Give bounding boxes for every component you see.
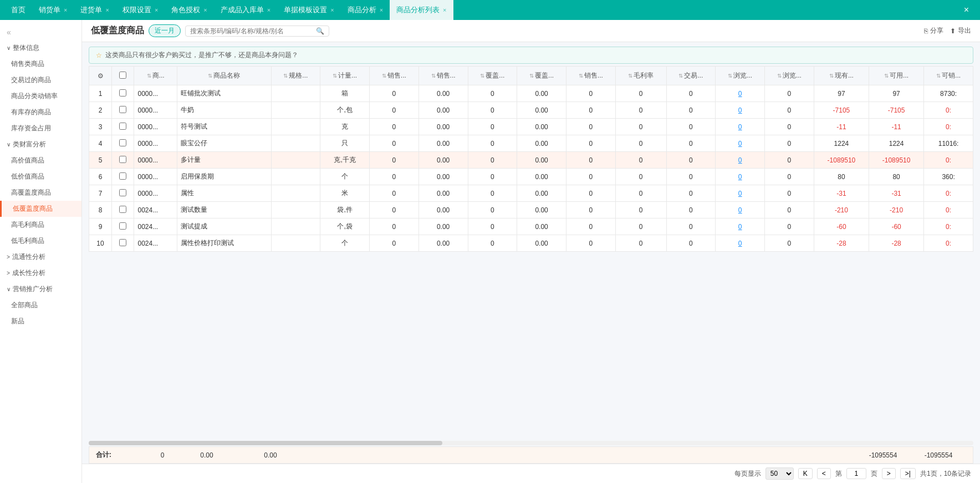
nav-item-permission[interactable]: 权限设置 × xyxy=(116,0,165,20)
row-checkbox[interactable] xyxy=(112,235,134,252)
sidebar-item-stock-capital[interactable]: 库存资金占用 xyxy=(0,120,81,136)
arrow-icon: > xyxy=(7,254,10,260)
nav-item-role[interactable]: 角色授权 × xyxy=(165,0,213,20)
prev-page-button[interactable]: < xyxy=(817,468,831,479)
col-checkbox[interactable] xyxy=(112,67,134,85)
row-browse1[interactable]: 0 xyxy=(716,185,765,202)
sidebar-item-stock-goods[interactable]: 有库存的商品 xyxy=(0,104,81,120)
sidebar-growth-section[interactable]: > 成长性分析 xyxy=(0,265,81,281)
window-close-button[interactable]: × xyxy=(957,5,976,15)
close-icon[interactable]: × xyxy=(380,7,383,13)
row-saleable: 0: xyxy=(924,185,973,202)
close-icon[interactable]: × xyxy=(267,7,270,13)
sidebar-item-low-coverage[interactable]: 低覆盖度商品 xyxy=(0,201,81,217)
content-area: 低覆盖度商品 近一月 🔍 ⎘ 分享 ⬆ 导出 ☆ 这类商品只有很少客户购买过，是… xyxy=(82,20,980,483)
star-icon: ☆ xyxy=(96,52,102,59)
sidebar-item-high-value[interactable]: 高价值商品 xyxy=(0,152,81,169)
sidebar-marketing-section[interactable]: ∨ 营销推广分析 xyxy=(0,281,81,297)
close-icon[interactable]: × xyxy=(203,7,207,13)
nav-item-template[interactable]: 单据模板设置 × xyxy=(277,0,340,20)
row-checkbox[interactable] xyxy=(112,202,134,218)
select-all-checkbox[interactable] xyxy=(119,72,126,79)
scrollbar-thumb[interactable] xyxy=(89,441,442,445)
nav-item-home[interactable]: 首页 xyxy=(4,0,32,20)
row-checkbox[interactable] xyxy=(112,102,134,119)
row-checkbox[interactable] xyxy=(112,85,134,102)
search-input[interactable] xyxy=(190,27,314,35)
export-button[interactable]: ⬆ 导出 xyxy=(950,26,971,35)
next-page-button[interactable]: > xyxy=(882,468,896,479)
row-sales-amt: 0.00 xyxy=(418,202,468,218)
row-num: 9 xyxy=(89,218,112,235)
row-cov2: 0.00 xyxy=(517,102,566,119)
first-page-button[interactable]: K xyxy=(798,468,813,479)
row-checkbox[interactable] xyxy=(112,218,134,235)
row-browse1[interactable]: 0 xyxy=(716,102,765,119)
row-checkbox[interactable] xyxy=(112,135,134,152)
row-browse1[interactable]: 0 xyxy=(716,235,765,252)
col-gear[interactable]: ⚙ xyxy=(89,67,112,85)
row-sales3: 0 xyxy=(566,85,616,102)
row-unit: 只 xyxy=(320,135,370,152)
row-current: 1224 xyxy=(814,135,869,152)
sidebar-item-low-margin[interactable]: 低毛利商品 xyxy=(0,233,81,249)
sidebar-item-high-coverage[interactable]: 高覆盖度商品 xyxy=(0,185,81,201)
row-browse1[interactable]: 0 xyxy=(716,202,765,218)
row-sales-qty: 0 xyxy=(370,202,419,218)
row-browse1[interactable]: 0 xyxy=(716,135,765,152)
sidebar-item-low-value[interactable]: 低价值商品 xyxy=(0,169,81,185)
time-filter-button[interactable]: 近一月 xyxy=(149,24,181,37)
col-unit: ⇅计量... xyxy=(320,67,370,85)
nav-item-finished[interactable]: 产成品入库单 × xyxy=(214,0,277,20)
row-current: 80 xyxy=(814,169,869,185)
row-transaction: 0 xyxy=(666,119,716,135)
page-size-select[interactable]: 50 100 200 xyxy=(765,467,794,480)
nav-item-analysis-list[interactable]: 商品分析列表 × xyxy=(390,0,453,20)
nav-item-analysis[interactable]: 商品分析 × xyxy=(341,0,390,20)
sidebar-item-traded-goods[interactable]: 交易过的商品 xyxy=(0,72,81,88)
row-checkbox[interactable] xyxy=(112,119,134,135)
close-icon[interactable]: × xyxy=(155,7,158,13)
info-banner: ☆ 这类商品只有很少客户购买过，是推广不够，还是商品本身问题？ xyxy=(89,47,973,64)
close-icon[interactable]: × xyxy=(105,7,109,13)
row-browse1[interactable]: 0 xyxy=(716,218,765,235)
sidebar-overall-header[interactable]: « xyxy=(0,24,81,40)
row-spec xyxy=(271,152,320,169)
row-browse2: 0 xyxy=(765,85,814,102)
row-unit: 克 xyxy=(320,119,370,135)
row-browse1[interactable]: 0 xyxy=(716,152,765,169)
sidebar-item-category-rate[interactable]: 商品分类动销率 xyxy=(0,88,81,104)
row-spec xyxy=(271,169,320,185)
col-transaction: ⇅交易... xyxy=(666,67,716,85)
last-page-button[interactable]: >| xyxy=(900,468,916,479)
row-checkbox[interactable] xyxy=(112,169,134,185)
sidebar-overall-section[interactable]: ∨ 整体信息 xyxy=(0,40,81,56)
close-icon[interactable]: × xyxy=(64,7,67,13)
horizontal-scrollbar[interactable] xyxy=(89,441,973,445)
row-unit: 个,包 xyxy=(320,102,370,119)
row-margin: 0 xyxy=(615,185,666,202)
collapse-button[interactable]: « xyxy=(7,28,11,37)
row-browse1[interactable]: 0 xyxy=(716,85,765,102)
sidebar-item-new-goods[interactable]: 新品 xyxy=(0,313,81,329)
row-spec xyxy=(271,185,320,202)
page-input[interactable] xyxy=(846,468,866,479)
row-transaction: 0 xyxy=(666,135,716,152)
row-checkbox[interactable] xyxy=(112,152,134,169)
row-checkbox[interactable] xyxy=(112,185,134,202)
close-icon[interactable]: × xyxy=(330,7,334,13)
nav-item-purchase[interactable]: 进货单 × xyxy=(74,0,115,20)
share-button[interactable]: ⎘ 分享 xyxy=(924,26,943,35)
sidebar-item-all-goods[interactable]: 全部商品 xyxy=(0,297,81,313)
nav-item-sales[interactable]: 销货单 × xyxy=(32,0,74,20)
sidebar-category-section[interactable]: ∨ 类财富分析 xyxy=(0,136,81,152)
sidebar-item-high-margin[interactable]: 高毛利商品 xyxy=(0,217,81,233)
row-browse1[interactable]: 0 xyxy=(716,169,765,185)
row-sales-qty: 0 xyxy=(370,152,419,169)
gear-icon[interactable]: ⚙ xyxy=(98,72,104,80)
sidebar-item-sales-goods[interactable]: 销售类商品 xyxy=(0,56,81,72)
sidebar-flow-section[interactable]: > 流通性分析 xyxy=(0,249,81,265)
row-browse1[interactable]: 0 xyxy=(716,119,765,135)
close-icon[interactable]: × xyxy=(443,7,446,13)
row-num: 5 xyxy=(89,152,112,169)
